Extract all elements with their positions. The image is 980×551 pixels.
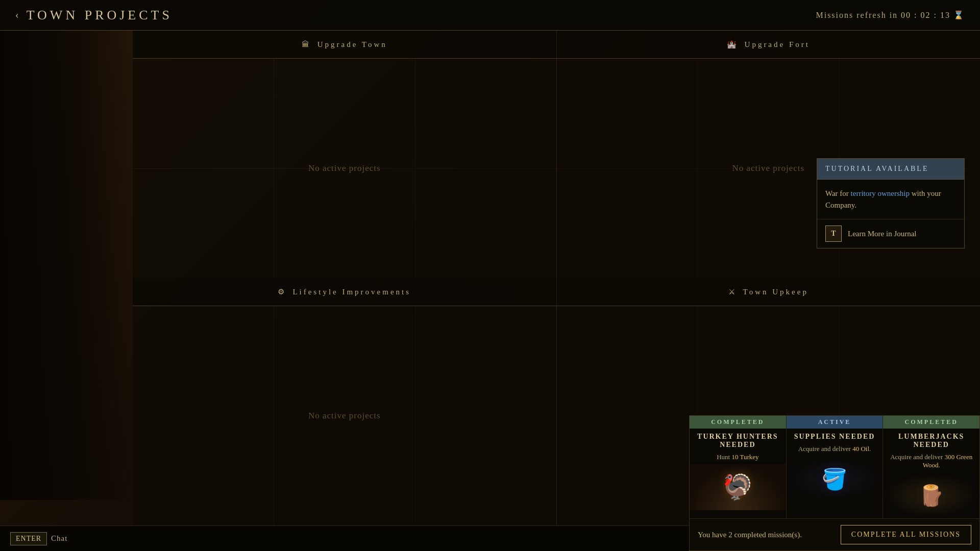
upgrade-town-cell-2 [274, 59, 415, 168]
card-turkey-highlight: 10 Turkey [731, 453, 758, 461]
bottom-left: ENTER Chat [10, 532, 67, 545]
card-turkey-title: TURKEY HUNTERS NEEDED [690, 429, 786, 451]
upgrade-fort-cell-3 [839, 59, 980, 168]
header-left: ‹ TOWN PROJECTS [15, 8, 173, 23]
refresh-info: Missions refresh in 00 : 02 : 13 ⌛ [816, 10, 965, 20]
lifestyle-icon: ⚙ [278, 287, 286, 296]
upgrade-fort-label: Upgrade Fort [745, 40, 810, 49]
tutorial-action[interactable]: T Learn More in Journal [817, 219, 964, 248]
card-turkey-image: 🦃 [690, 464, 786, 510]
tutorial-key-badge: T [825, 226, 842, 242]
bottom-section-header: ⚙ Lifestyle Improvements ⚔ Town Upkeep [133, 278, 980, 306]
header: ‹ TOWN PROJECTS Missions refresh in 00 :… [0, 0, 980, 31]
back-arrow-icon[interactable]: ‹ [15, 9, 19, 21]
lifestyle-label: Lifestyle Improvements [292, 288, 411, 296]
wood-icon: 🪵 [919, 484, 944, 508]
card-supplies-title: SUPPLIES NEEDED [787, 429, 883, 443]
upgrade-fort-cell-1 [557, 59, 698, 168]
lifestyle-cell-2 [274, 306, 415, 525]
upgrade-town-cell-3 [415, 59, 556, 168]
mission-timer: 00 : 02 : 13 [901, 11, 950, 19]
mission-card-lumber[interactable]: COMPLETED LUMBERJACKS NEEDED Acquire and… [883, 416, 979, 518]
tutorial-header: TUTORIAL AVAILABLE [817, 159, 964, 180]
top-section-header: 🏛 Upgrade Town 🏰 Upgrade Fort [133, 31, 980, 59]
tutorial-popup: TUTORIAL AVAILABLE War for territory own… [817, 158, 965, 248]
mission-card-turkey[interactable]: COMPLETED TURKEY HUNTERS NEEDED Hunt 10 … [690, 416, 787, 518]
card-supplies-desc: Acquire and deliver 40 Oil. [787, 443, 883, 456]
mission-refresh-label: Missions refresh in 00 : 02 : 13 ⌛ [816, 11, 965, 19]
oil-icon: 🪣 [822, 467, 847, 491]
upkeep-cell-1 [557, 306, 698, 525]
missions-footer: You have 2 completed mission(s). Complet… [690, 518, 979, 550]
card-supplies-highlight: 40 Oil [852, 445, 869, 453]
upgrade-town-label: Upgrade Town [317, 40, 387, 49]
lifestyle-panel: No active projects [133, 306, 557, 525]
upgrade-fort-icon: 🏰 [727, 40, 739, 49]
upgrade-fort-cell-4 [557, 169, 698, 279]
mission-cards: COMPLETED TURKEY HUNTERS NEEDED Hunt 10 … [689, 415, 980, 551]
upgrade-town-panel: No active projects [133, 59, 557, 278]
upgrade-town-cell-5 [274, 169, 415, 279]
complete-all-button[interactable]: Complete All Missions [841, 525, 971, 544]
upgrade-town-icon: 🏛 [302, 40, 311, 49]
enter-key-badge: ENTER [10, 532, 47, 545]
chat-action-label[interactable]: Chat [51, 534, 67, 543]
card-turkey-status: COMPLETED [690, 416, 786, 429]
tutorial-body-link: territory ownership [851, 189, 910, 197]
card-lumber-image: 🪵 [883, 472, 979, 518]
tutorial-body: War for territory ownership with your Co… [817, 180, 964, 219]
lifestyle-header[interactable]: ⚙ Lifestyle Improvements [133, 278, 557, 306]
upgrade-town-cell-6 [415, 169, 556, 279]
upgrade-fort-header[interactable]: 🏰 Upgrade Fort [557, 31, 981, 58]
turkey-icon: 🦃 [722, 473, 753, 502]
mission-card-supplies[interactable]: ACTIVE SUPPLIES NEEDED Acquire and deliv… [787, 416, 884, 518]
upgrade-town-cell-1 [133, 59, 274, 168]
upgrade-fort-cell-2 [698, 59, 839, 168]
upkeep-header[interactable]: ⚔ Town Upkeep [557, 278, 981, 306]
tutorial-body-prefix: War for [825, 189, 851, 197]
missions-count-text: You have 2 completed mission(s). [698, 531, 802, 539]
upgrade-town-cell-4 [133, 169, 274, 279]
page-title: TOWN PROJECTS [27, 8, 173, 23]
card-supplies-status: ACTIVE [787, 416, 883, 429]
upkeep-label: Town Upkeep [743, 288, 808, 296]
upgrade-town-header[interactable]: 🏛 Upgrade Town [133, 31, 557, 58]
lifestyle-cell-1 [133, 306, 274, 525]
upkeep-icon: ⚔ [728, 287, 737, 296]
lifestyle-cell-3 [415, 306, 556, 525]
card-supplies-image: 🪣 [787, 456, 883, 502]
cards-row: COMPLETED TURKEY HUNTERS NEEDED Hunt 10 … [690, 416, 979, 518]
card-turkey-desc: Hunt 10 Turkey [690, 451, 786, 464]
tutorial-action-label: Learn More in Journal [848, 230, 917, 238]
card-lumber-desc: Acquire and deliver 300 Green Wood. [883, 451, 979, 472]
card-lumber-status: COMPLETED [883, 416, 979, 429]
card-lumber-title: LUMBERJACKS NEEDED [883, 429, 979, 451]
timer-icon: ⌛ [953, 11, 965, 19]
character-area [0, 31, 133, 500]
